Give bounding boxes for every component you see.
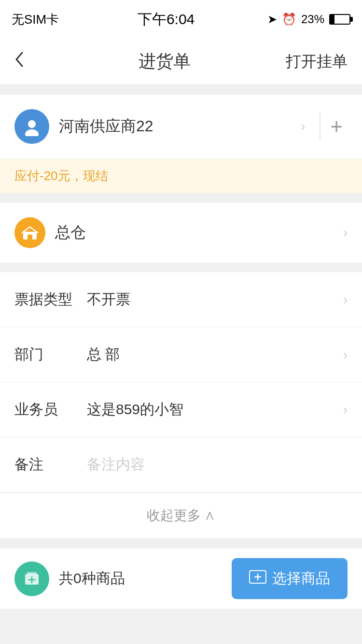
notice-bar: 应付-20元，现结 — [0, 159, 362, 193]
svg-point-1 — [25, 129, 39, 136]
warehouse-row[interactable]: 总仓 › — [0, 203, 362, 263]
product-bar: 共0种商品 选择商品 — [0, 548, 362, 609]
battery-icon — [329, 14, 350, 25]
section-gap-4 — [0, 538, 362, 548]
open-pending-button[interactable]: 打开挂单 — [286, 51, 348, 72]
select-product-label: 选择商品 — [272, 569, 330, 588]
svg-point-0 — [28, 120, 36, 128]
status-time: 下午6:04 — [138, 10, 195, 29]
section-gap-1 — [0, 85, 362, 95]
salesperson-label: 业务员 — [14, 400, 77, 420]
warehouse-name: 总仓 — [55, 222, 343, 243]
department-chevron-icon: › — [343, 347, 348, 363]
remark-row[interactable]: 备注 备注内容 — [0, 437, 362, 492]
nav-bar: 进货单 打开挂单 — [0, 39, 362, 85]
location-icon: ➤ — [267, 13, 277, 26]
section-gap-3 — [0, 263, 362, 272]
product-icon — [14, 561, 49, 596]
supplier-name[interactable]: 河南供应商22 — [59, 116, 301, 137]
remark-placeholder[interactable]: 备注内容 — [87, 455, 348, 475]
supplier-row: 河南供应商22 › + — [0, 95, 362, 159]
remark-label: 备注 — [14, 455, 77, 475]
collapse-label[interactable]: 收起更多 ∧ — [147, 506, 216, 525]
department-row[interactable]: 部门 总 部 › — [0, 327, 362, 382]
salesperson-chevron-icon: › — [343, 402, 348, 418]
alarm-icon: ⏰ — [282, 13, 296, 26]
battery-label: 23% — [301, 13, 324, 26]
svg-rect-5 — [27, 572, 37, 575]
warehouse-chevron-icon: › — [343, 225, 348, 240]
supplier-avatar — [14, 109, 49, 144]
salesperson-value: 这是859的小智 — [87, 400, 343, 420]
supplier-chevron-icon: › — [301, 119, 305, 134]
warehouse-icon — [14, 217, 45, 248]
salesperson-row[interactable]: 业务员 这是859的小智 › — [0, 382, 362, 437]
warehouse-card: 总仓 › — [0, 203, 362, 263]
status-bar: 无SIM卡 下午6:04 ➤ ⏰ 23% — [0, 0, 362, 39]
add-button[interactable]: + — [325, 114, 348, 139]
status-left: 无SIM卡 — [12, 11, 65, 28]
section-gap-2 — [0, 193, 362, 203]
notice-text: 应付-20元，现结 — [14, 168, 108, 183]
supplier-card: 河南供应商22 › + 应付-20元，现结 — [0, 95, 362, 193]
invoice-type-value: 不开票 — [87, 290, 343, 309]
collapse-row[interactable]: 收起更多 ∧ — [0, 492, 362, 538]
select-product-icon — [249, 570, 266, 587]
carrier-label: 无SIM卡 — [12, 11, 59, 28]
status-right: ➤ ⏰ 23% — [267, 13, 350, 26]
vertical-divider — [320, 112, 320, 141]
select-product-button[interactable]: 选择商品 — [232, 558, 348, 599]
product-count: 共0种商品 — [59, 569, 232, 588]
form-section: 票据类型 不开票 › 部门 总 部 › 业务员 这是859的小智 › 备注 备注… — [0, 272, 362, 538]
svg-rect-3 — [28, 235, 32, 239]
department-label: 部门 — [14, 345, 77, 364]
invoice-type-row[interactable]: 票据类型 不开票 › — [0, 272, 362, 327]
bottom-background — [0, 609, 362, 644]
invoice-type-label: 票据类型 — [14, 290, 77, 309]
department-value: 总 部 — [87, 345, 343, 364]
back-button[interactable] — [14, 51, 43, 72]
page-title: 进货单 — [139, 50, 191, 73]
invoice-type-chevron-icon: › — [343, 292, 348, 308]
